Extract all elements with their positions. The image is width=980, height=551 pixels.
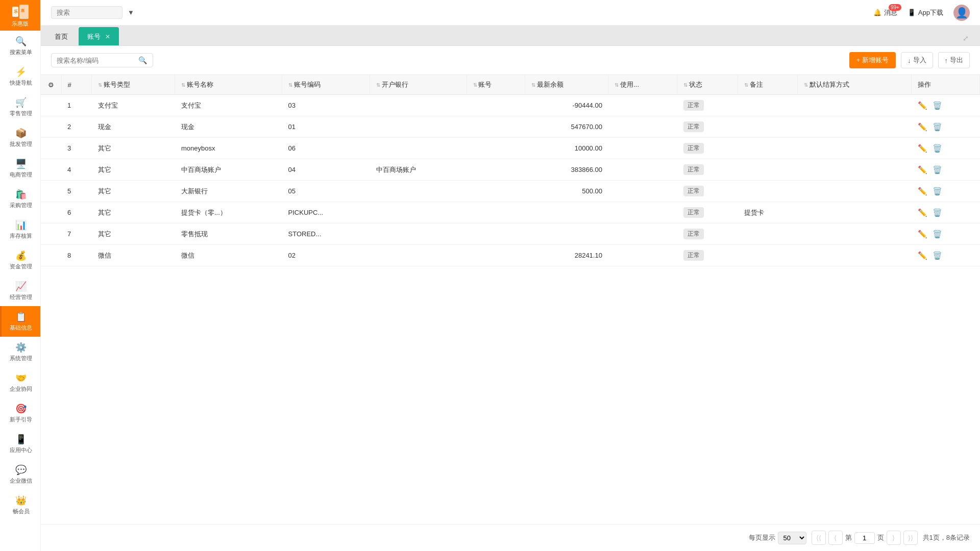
account-search-box[interactable]: 🔍	[51, 53, 153, 67]
col-balance[interactable]: ⇅ 最新余额	[525, 75, 608, 95]
cell-code-2: 06	[282, 138, 370, 159]
cell-default-payment-4	[798, 181, 912, 202]
cell-name-6: 零售抵现	[175, 223, 282, 245]
cell-balance-7: 28241.10	[525, 245, 608, 266]
prev-page-button[interactable]: ⟨	[828, 531, 843, 545]
notification-button[interactable]: 🔔 消息 99+	[873, 8, 897, 17]
sidebar-item-finance-mgmt[interactable]: 💰 资金管理	[0, 245, 40, 276]
delete-icon-0[interactable]: 🗑️	[933, 101, 942, 110]
col-remark[interactable]: ⇅ 备注	[738, 75, 798, 95]
delete-icon-3[interactable]: 🗑️	[933, 165, 942, 174]
col-code[interactable]: ⇅ 账号编码	[282, 75, 370, 95]
sidebar-item-enterprise-agreement[interactable]: 🤝 企业协同	[0, 367, 40, 398]
sidebar-item-ecommerce-mgmt[interactable]: 🖥️ 电商管理	[0, 153, 40, 184]
search-icon[interactable]: 🔍	[138, 56, 147, 64]
delete-icon-7[interactable]: 🗑️	[933, 251, 942, 260]
sidebar-item-search-menu[interactable]: 🔍 搜索菜单	[0, 31, 40, 61]
export-button[interactable]: ↑ 导出	[938, 52, 970, 68]
edit-icon-5[interactable]: ✏️	[918, 208, 927, 217]
app-download-button[interactable]: 📱 App下载	[908, 8, 943, 17]
sidebar-label-guide: 新手引导	[10, 416, 32, 423]
sidebar-item-ops-mgmt[interactable]: 📈 经营管理	[0, 276, 40, 306]
sidebar-label-finance: 资金管理	[10, 263, 32, 270]
topbar-dropdown[interactable]: ▼	[128, 9, 134, 16]
cell-balance-2: 10000.00	[525, 138, 608, 159]
sidebar-item-vip-member[interactable]: 👑 畅会员	[0, 490, 40, 520]
edit-icon-6[interactable]: ✏️	[918, 230, 927, 239]
cell-num-1: 2	[61, 116, 92, 138]
col-num: #	[61, 75, 92, 95]
sidebar-item-retail-mgmt[interactable]: 🛒 零售管理	[0, 92, 40, 122]
cell-account-6	[467, 223, 525, 245]
col-account[interactable]: ⇅ 账号	[467, 75, 525, 95]
cell-num-5: 6	[61, 202, 92, 223]
col-status-label: 状态	[689, 81, 702, 88]
page-number-input[interactable]	[854, 532, 875, 544]
cell-remark-4	[738, 181, 798, 202]
delete-icon-6[interactable]: 🗑️	[933, 230, 942, 239]
sidebar-label-purchase: 采购管理	[10, 202, 32, 209]
tab-home[interactable]: 首页	[46, 27, 77, 45]
col-usage[interactable]: ⇅ 使用...	[608, 75, 677, 95]
cell-status-3: 正常	[677, 159, 738, 181]
delete-icon-2[interactable]: 🗑️	[933, 144, 942, 153]
last-page-button[interactable]: ⟩⟩	[903, 531, 918, 545]
sidebar-label-basic-info: 基础信息	[10, 324, 32, 332]
bell-icon: 🔔	[873, 9, 881, 16]
col-settings[interactable]: ⚙	[41, 75, 61, 95]
sidebar-item-sys-mgmt[interactable]: ⚙️ 系统管理	[0, 337, 40, 367]
edit-icon-1[interactable]: ✏️	[918, 122, 927, 132]
edit-icon-7[interactable]: ✏️	[918, 251, 927, 260]
cell-action-5: ✏️ 🗑️	[912, 202, 980, 223]
topbar-search-box[interactable]	[51, 6, 122, 19]
edit-icon-0[interactable]: ✏️	[918, 101, 927, 110]
table-row: 5 其它 大新银行 05 500.00 正常 ✏️ 🗑️	[41, 181, 980, 202]
add-account-label: + 新增账号	[856, 56, 889, 65]
cell-settings-7	[41, 245, 61, 266]
sidebar-item-new-guide[interactable]: 🎯 新手引导	[0, 398, 40, 429]
vip-icon: 👑	[15, 495, 27, 506]
sidebar-item-wholesale-mgmt[interactable]: 📦 批发管理	[0, 122, 40, 153]
user-avatar[interactable]: 👤	[953, 5, 970, 21]
add-account-button[interactable]: + 新增账号	[849, 52, 896, 68]
tab-account-close-button[interactable]: ✕	[105, 34, 110, 40]
cell-num-0: 1	[61, 95, 92, 116]
delete-icon-4[interactable]: 🗑️	[933, 187, 942, 196]
cell-action-7: ✏️ 🗑️	[912, 245, 980, 266]
delete-icon-5[interactable]: 🗑️	[933, 208, 942, 217]
delete-icon-1[interactable]: 🗑️	[933, 122, 942, 132]
col-type[interactable]: ⇅ 账号类型	[92, 75, 175, 95]
topbar-left: ▼	[51, 6, 134, 19]
cell-bank-4	[370, 181, 467, 202]
sidebar-item-enterprise-wechat[interactable]: 💬 企业微信	[0, 459, 40, 490]
edit-icon-2[interactable]: ✏️	[918, 144, 927, 153]
col-status[interactable]: ⇅ 状态	[677, 75, 738, 95]
sidebar-item-app-center[interactable]: 📱 应用中心	[0, 429, 40, 459]
account-search-input[interactable]	[57, 57, 138, 64]
sidebar-label-retail: 零售管理	[10, 110, 32, 117]
sidebar-item-basic-info[interactable]: 📋 基础信息	[0, 306, 40, 337]
col-name[interactable]: ⇅ 账号名称	[175, 75, 282, 95]
next-page-button[interactable]: ⟩	[887, 531, 901, 545]
cell-remark-0	[738, 95, 798, 116]
fullscreen-button[interactable]: ⤢	[957, 31, 975, 45]
col-bank[interactable]: ⇅ 开户银行	[370, 75, 467, 95]
sidebar-item-quick-nav[interactable]: ⚡ 快捷导航	[0, 61, 40, 92]
sidebar-item-inventory[interactable]: 📊 库存核算	[0, 214, 40, 245]
cell-status-0: 正常	[677, 95, 738, 116]
col-default-payment[interactable]: ⇅ 默认结算方式	[798, 75, 912, 95]
cell-name-5: 提货卡（零...）	[175, 202, 282, 223]
per-page-dropdown[interactable]: 50 100 200	[778, 532, 806, 544]
edit-icon-4[interactable]: ✏️	[918, 187, 927, 196]
topbar-search-input[interactable]	[57, 9, 108, 16]
tab-account[interactable]: 账号 ✕	[79, 27, 119, 45]
import-button[interactable]: ↓ 导入	[901, 52, 933, 68]
edit-icon-3[interactable]: ✏️	[918, 165, 927, 174]
col-remark-label: 备注	[750, 81, 763, 88]
page-label: 第	[845, 533, 852, 542]
ops-icon: 📈	[15, 281, 27, 292]
cell-code-3: 04	[282, 159, 370, 181]
first-page-button[interactable]: ⟨⟨	[812, 531, 826, 545]
sidebar-item-purchase-mgmt[interactable]: 🛍️ 采购管理	[0, 184, 40, 214]
cell-type-6: 其它	[92, 223, 175, 245]
